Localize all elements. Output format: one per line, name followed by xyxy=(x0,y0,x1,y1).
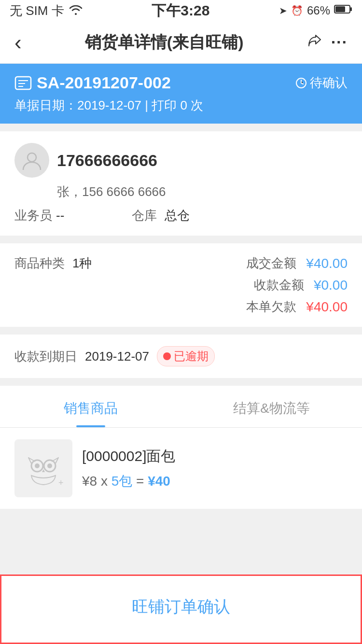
product-type-label: 商品种类 xyxy=(14,255,65,272)
status-bar-left: 无 SIM 卡 xyxy=(10,2,83,19)
due-amount-label: 本单欠款 xyxy=(246,298,296,315)
product-section: + [0000002]面包 ¥8 x 5包 = ¥40 xyxy=(0,428,362,509)
receipt-amount-value: ¥0.00 xyxy=(314,278,348,293)
product-quantity: 5包 xyxy=(111,474,133,489)
order-date: 单据日期：2019-12-07 | 打印 0 次 xyxy=(14,97,348,114)
nav-bar: ‹ 销货单详情(来自旺铺) ··· xyxy=(0,21,362,64)
back-button[interactable]: ‹ xyxy=(14,30,22,55)
product-type-info: 商品种类 1种 xyxy=(14,255,92,272)
due-date-value: 2019-12-07 xyxy=(85,349,149,364)
page-title: 销货单详情(来自旺铺) xyxy=(85,31,244,54)
product-type-value: 1种 xyxy=(72,255,92,272)
salesperson-value: -- xyxy=(56,208,64,223)
status-bar: 无 SIM 卡 下午3:28 ➤ ⏰ 66% xyxy=(0,0,362,21)
tabs-section: 销售商品 结算&物流等 xyxy=(0,386,362,509)
price-formula: ¥8 x xyxy=(82,474,111,489)
warehouse-value: 总仓 xyxy=(165,207,190,224)
share-icon[interactable] xyxy=(307,32,321,53)
tab-sales-product[interactable]: 销售商品 xyxy=(0,386,181,427)
order-id: SA-20191207-002 xyxy=(14,73,171,92)
overdue-badge: 已逾期 xyxy=(157,346,215,366)
product-thumbnail: + xyxy=(14,439,72,497)
overdue-dot-icon xyxy=(163,352,171,360)
confirm-order-button[interactable]: 旺铺订单确认 xyxy=(21,586,341,628)
nav-actions: ··· xyxy=(307,32,348,53)
product-name: [0000002]面包 xyxy=(82,447,348,466)
location-icon: ➤ xyxy=(279,5,287,16)
tab-underline xyxy=(76,425,105,427)
deal-amount-label: 成交金额 xyxy=(246,255,296,272)
customer-meta: 业务员 -- 仓库 总仓 xyxy=(14,207,348,224)
svg-text:+: + xyxy=(58,478,64,488)
svg-rect-2 xyxy=(335,6,345,12)
tab-settlement[interactable]: 结算&物流等 xyxy=(181,386,362,427)
carrier-text: 无 SIM 卡 xyxy=(10,2,64,19)
customer-name: 张，156 6666 6666 xyxy=(14,183,348,200)
wifi-icon xyxy=(69,3,83,18)
alarm-icon: ⏰ xyxy=(291,5,303,16)
salesperson-label: 业务员 xyxy=(14,207,52,224)
svg-point-12 xyxy=(47,463,52,468)
equals-sign: = xyxy=(132,474,148,489)
status-bar-right: ➤ ⏰ 66% xyxy=(279,4,352,17)
status-bar-time: 下午3:28 xyxy=(152,1,209,21)
deal-amount-value: ¥40.00 xyxy=(306,256,348,271)
product-item: + [0000002]面包 ¥8 x 5包 = ¥40 xyxy=(14,439,348,497)
svg-point-8 xyxy=(28,153,36,162)
due-date-section: 收款到期日 2019-12-07 已逾期 xyxy=(0,335,362,378)
product-info: [0000002]面包 ¥8 x 5包 = ¥40 xyxy=(82,447,348,490)
receipt-amount-label: 收款金额 xyxy=(254,277,304,294)
order-status: 待确认 xyxy=(295,74,348,91)
stats-section: 商品种类 1种 成交金额 ¥40.00 收款金额 ¥0.00 本单欠款 ¥40.… xyxy=(0,243,362,327)
order-header: SA-20191207-002 待确认 单据日期：2019-12-07 | 打印… xyxy=(0,64,362,124)
overdue-text: 已逾期 xyxy=(174,349,209,364)
amount-info: 成交金额 ¥40.00 收款金额 ¥0.00 本单欠款 ¥40.00 xyxy=(246,255,348,315)
avatar xyxy=(14,143,49,178)
customer-phone: 17666666666 xyxy=(57,151,157,170)
more-icon[interactable]: ··· xyxy=(331,33,348,52)
battery-text: 66% xyxy=(307,4,330,17)
tabs-header: 销售商品 结算&物流等 xyxy=(0,386,362,428)
warehouse-label: 仓库 xyxy=(132,207,157,224)
confirm-button-wrapper: 旺铺订单确认 xyxy=(0,574,362,644)
customer-section: 17666666666 张，156 6666 6666 业务员 -- 仓库 总仓 xyxy=(0,131,362,236)
svg-rect-1 xyxy=(350,7,352,11)
battery-icon xyxy=(334,4,352,17)
due-amount-value: ¥40.00 xyxy=(306,299,348,315)
due-date-label: 收款到期日 xyxy=(14,348,77,365)
product-total: ¥40 xyxy=(148,474,170,489)
svg-point-11 xyxy=(35,463,40,468)
product-price: ¥8 x 5包 = ¥40 xyxy=(82,472,348,490)
